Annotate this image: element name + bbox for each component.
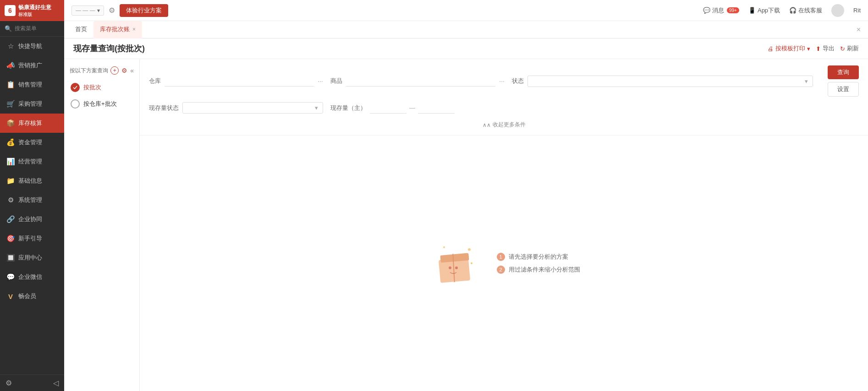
company-selector[interactable]: — — — ▾ (71, 5, 104, 16)
inventory-qty-max[interactable] (418, 103, 455, 114)
tab-bar: 首页 库存批次账 × × (64, 21, 868, 38)
step1-num: 1 (497, 253, 505, 261)
sidebar-item-sales[interactable]: 📋 销售管理 (0, 75, 64, 94)
refresh-button[interactable]: ↻ 刷新 (840, 44, 859, 53)
search-icon: 🔍 (5, 25, 12, 32)
close-panel-icon[interactable]: × (857, 26, 863, 34)
product-input[interactable] (346, 76, 495, 87)
plan-label-batch: 按批次 (83, 83, 101, 92)
svg-point-3 (468, 248, 471, 251)
company-name: — — — (76, 7, 95, 14)
sidebar-item-enterprise[interactable]: 🔗 企业协同 (0, 210, 64, 229)
app-download-label: App下载 (758, 6, 780, 15)
status-label: 状态 (512, 77, 524, 85)
empty-svg (430, 238, 481, 288)
inventory-status-label: 现存量状态 (149, 104, 179, 112)
sidebar-item-system[interactable]: ⚙ 系统管理 (0, 190, 64, 210)
operations-icon: 📊 (6, 157, 15, 166)
plan-inactive-icon (71, 99, 80, 109)
sidebar-item-label: 快捷导航 (18, 42, 42, 50)
username-label: Rit (853, 7, 861, 14)
empty-state: 1 请先选择要分析的方案 2 用过滤条件来缩小分析范围 (140, 136, 868, 391)
online-service-btn[interactable]: 🎧 在线客服 (789, 6, 822, 15)
footer-settings-icon[interactable]: ⚙ (5, 379, 12, 387)
empty-content: 1 请先选择要分析的方案 2 用过滤条件来缩小分析范围 (428, 236, 580, 291)
plan-item-batch[interactable]: 按批次 (64, 79, 139, 96)
plan-item-warehouse-batch[interactable]: 按仓库+批次 (64, 96, 139, 112)
messages-btn[interactable]: 💬 消息 99+ (703, 6, 739, 15)
main-panel: 仓库 ··· 商品 ··· 状态 ▾ (140, 59, 868, 391)
selector-dropdown-icon: ▾ (97, 7, 100, 14)
product-dots[interactable]: ··· (499, 77, 505, 85)
sidebar-item-marketing[interactable]: 📣 营销推广 (0, 56, 64, 75)
app-info: 畅康通好生意 标准版 (18, 4, 51, 18)
empty-step-1: 1 请先选择要分析的方案 (497, 253, 580, 261)
warehouse-input[interactable] (165, 76, 314, 87)
step2-label: 用过滤条件来缩小分析范围 (509, 266, 580, 274)
step1-label: 请先选择要分析的方案 (509, 253, 568, 261)
plan-settings-icon[interactable]: ⚙ (121, 67, 127, 74)
sidebar-item-operations[interactable]: 📊 经营管理 (0, 152, 64, 171)
sidebar-item-finance[interactable]: 💰 资金管理 (0, 133, 64, 152)
wechat-icon: 💬 (6, 273, 15, 281)
headset-icon: 🎧 (789, 7, 797, 14)
panel-collapse-icon[interactable]: « (130, 67, 134, 74)
search-menu[interactable]: 🔍 搜索菜单 (0, 21, 64, 37)
sidebar-item-label: 基础信息 (18, 177, 42, 185)
panel-header: 按以下方案查询 + ⚙ « (64, 64, 139, 79)
nav-list: ☆ 快捷导航 📣 营销推广 📋 销售管理 🛒 采购管理 📦 库存核算 💰 资金管… (0, 37, 64, 375)
sidebar: 6 畅康通好生意 标准版 🔍 搜索菜单 ☆ 快捷导航 📣 营销推广 📋 销售管理… (0, 0, 64, 391)
status-select[interactable]: ▾ (527, 76, 813, 87)
tab-close-icon[interactable]: × (132, 26, 136, 33)
sidebar-item-newuser[interactable]: 🎯 新手引导 (0, 229, 64, 248)
search-menu-label: 搜索菜单 (15, 25, 37, 33)
sidebar-item-purchase[interactable]: 🛒 采购管理 (0, 94, 64, 114)
sidebar-item-apps[interactable]: 🔲 应用中心 (0, 248, 64, 267)
left-panel: 按以下方案查询 + ⚙ « 按批次 按仓库+批次 (64, 59, 140, 391)
print-template-button[interactable]: 🖨 按模板打印 ▾ (768, 44, 810, 53)
collapse-filters-btn[interactable]: ∧∧ 收起更多条件 (149, 119, 859, 130)
message-icon: 💬 (703, 7, 710, 14)
tab-home[interactable]: 首页 (69, 21, 93, 38)
sidebar-item-quick-nav[interactable]: ☆ 快捷导航 (0, 37, 64, 56)
export-button[interactable]: ⬆ 导出 (816, 44, 835, 53)
app-logo: 6 (5, 5, 16, 16)
sidebar-header: 6 畅康通好生意 标准版 (0, 0, 64, 21)
sidebar-item-label: 库存核算 (18, 119, 42, 127)
svg-point-4 (443, 246, 445, 248)
topbar-right: 💬 消息 99+ 📱 App下载 🎧 在线客服 Rit (703, 4, 861, 17)
content-area: 按以下方案查询 + ⚙ « 按批次 按仓库+批次 (64, 59, 868, 391)
app-version: 标准版 (18, 11, 51, 18)
app-name: 畅康通好生意 (18, 4, 51, 11)
inventory-status-select[interactable]: ▾ (182, 102, 323, 114)
inventory-qty-label: 现存量（主） (330, 104, 366, 112)
settings-button[interactable]: 设置 (828, 82, 859, 97)
inventory-qty-min[interactable] (370, 103, 407, 114)
apps-icon: 🔲 (6, 254, 15, 262)
add-plan-icon[interactable]: + (110, 66, 119, 75)
settings-gear-icon[interactable]: ⚙ (109, 6, 115, 15)
print-label: 按模板打印 (775, 44, 805, 53)
product-label: 商品 (330, 77, 342, 85)
sidebar-item-vip[interactable]: V 畅会员 (0, 287, 64, 306)
sidebar-item-inventory[interactable]: 📦 库存核算 (0, 114, 64, 133)
tab-inventory-batch[interactable]: 库存批次账 × (93, 21, 142, 38)
warehouse-dots[interactable]: ··· (318, 77, 323, 85)
sidebar-item-basics[interactable]: 📁 基础信息 (0, 171, 64, 190)
query-button[interactable]: 查询 (828, 65, 859, 79)
experience-button[interactable]: 体验行业方案 (120, 4, 168, 17)
svg-point-7 (455, 266, 458, 269)
filter-row-1: 仓库 ··· 商品 ··· 状态 ▾ (149, 65, 859, 97)
sidebar-item-label: 畅会员 (18, 292, 36, 300)
svg-point-6 (449, 266, 451, 269)
sidebar-item-label: 销售管理 (18, 81, 42, 89)
sidebar-item-wechat[interactable]: 💬 企业微信 (0, 267, 64, 287)
user-avatar[interactable] (831, 4, 844, 17)
sidebar-item-label: 营销推广 (18, 61, 42, 70)
sales-icon: 📋 (6, 81, 15, 89)
main-area: — — — ▾ ⚙ 体验行业方案 💬 消息 99+ 📱 App下载 🎧 在线客服… (64, 0, 868, 391)
footer-collapse-icon[interactable]: ◁ (53, 379, 59, 387)
warehouse-label: 仓库 (149, 77, 161, 85)
inventory-batch-tab-label: 库存批次账 (100, 25, 130, 33)
app-download-btn[interactable]: 📱 App下载 (748, 6, 780, 15)
